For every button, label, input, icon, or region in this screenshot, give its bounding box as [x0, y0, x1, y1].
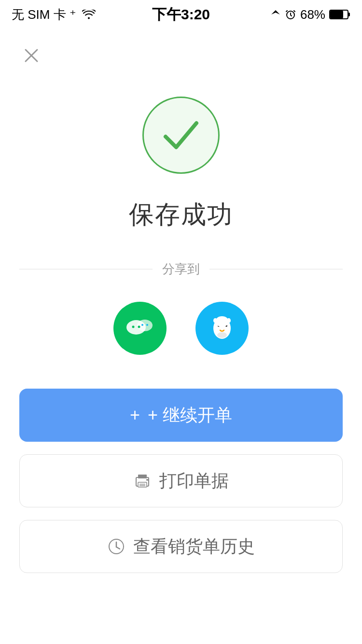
- success-title: 保存成功: [129, 198, 233, 232]
- svg-point-19: [213, 318, 217, 323]
- svg-rect-3: [330, 11, 343, 18]
- history-icon: [107, 537, 125, 556]
- svg-rect-22: [138, 475, 147, 478]
- svg-line-29: [116, 547, 120, 549]
- continue-button[interactable]: + + 继续开单: [19, 389, 343, 442]
- qq-icon: [208, 313, 237, 344]
- share-icons-row: [113, 302, 249, 355]
- close-button[interactable]: [19, 43, 43, 68]
- svg-point-7: [137, 320, 153, 331]
- battery-icon: [329, 9, 350, 20]
- main-content: 保存成功 分享到: [0, 29, 362, 573]
- history-label: 查看销货单历史: [133, 535, 255, 559]
- status-bar-right: 68%: [270, 7, 350, 22]
- svg-point-9: [138, 326, 140, 328]
- qq-share-button[interactable]: [195, 302, 249, 355]
- divider-line-left: [19, 269, 153, 269]
- wechat-icon: [125, 314, 155, 343]
- svg-point-17: [217, 332, 227, 338]
- svg-rect-2: [348, 13, 350, 16]
- svg-point-10: [141, 324, 143, 326]
- battery-label: 68%: [300, 7, 325, 22]
- status-bar: 无 SIM 卡 ⁺ 下午3:20 68%: [0, 0, 362, 29]
- share-label: 分享到: [162, 261, 200, 278]
- printer-icon: [133, 472, 152, 490]
- status-bar-left: 无 SIM 卡 ⁺: [12, 6, 96, 23]
- plus-icon: +: [130, 405, 140, 425]
- status-bar-time: 下午3:20: [152, 5, 210, 25]
- no-sim-label: 无 SIM 卡 ⁺: [12, 6, 76, 23]
- divider-line-right: [209, 269, 343, 269]
- close-icon: [22, 46, 41, 65]
- share-divider: 分享到: [19, 261, 343, 278]
- checkmark-icon: [162, 118, 200, 152]
- print-button[interactable]: 打印单据: [19, 454, 343, 507]
- action-buttons: + + 继续开单 打印单据 查看销货单历史: [19, 389, 343, 573]
- svg-point-11: [146, 324, 148, 326]
- svg-point-8: [132, 326, 135, 328]
- location-icon: [270, 9, 281, 20]
- history-button[interactable]: 查看销货单历史: [19, 520, 343, 573]
- wechat-share-button[interactable]: [113, 302, 167, 355]
- svg-rect-23: [138, 482, 147, 487]
- success-circle: [142, 97, 220, 174]
- continue-label: + 继续开单: [148, 404, 232, 427]
- alarm-icon: [285, 9, 296, 20]
- svg-point-24: [146, 479, 148, 481]
- svg-point-18: [215, 316, 229, 327]
- print-label: 打印单据: [159, 469, 229, 493]
- wifi-icon: [82, 10, 96, 19]
- svg-point-20: [227, 318, 231, 323]
